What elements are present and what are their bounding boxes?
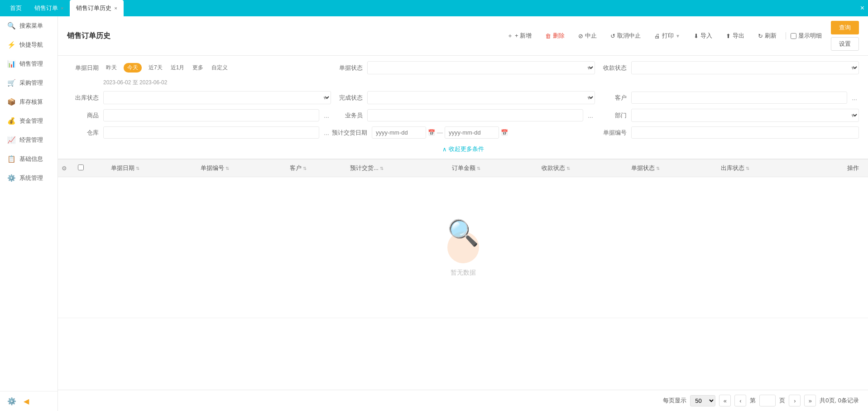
sidebar-item-purchase-mgmt[interactable]: 🛒 采购管理: [0, 73, 58, 92]
show-details-checkbox-wrap[interactable]: 显示明细: [791, 32, 822, 40]
out-status-sort-icon: ⇅: [746, 166, 749, 171]
date-today[interactable]: 今天: [124, 63, 142, 73]
warehouse-ellipsis[interactable]: ...: [322, 129, 331, 136]
stop-label: 中止: [585, 32, 597, 40]
sidebar-item-basic-info[interactable]: 📋 基础信息: [0, 150, 58, 169]
last-page-button[interactable]: »: [804, 395, 816, 406]
th-delivery: 预计交货... ⇅: [346, 160, 448, 177]
sidebar-item-search-menu[interactable]: 🔍 搜索菜单: [0, 16, 58, 35]
filter-warehouse-group: 仓库 ...: [67, 126, 331, 139]
filter-row-3: 商品 ... 业务员 ... 部门: [67, 109, 859, 122]
salesperson-ellipsis[interactable]: ...: [586, 112, 595, 119]
calendar-start-icon[interactable]: 📅: [428, 129, 435, 136]
print-icon: 🖨: [654, 33, 660, 39]
prev-page-button[interactable]: ‹: [734, 395, 746, 406]
complete-status-select-wrap: ▼: [367, 91, 595, 104]
next-page-button[interactable]: ›: [789, 395, 801, 406]
customer-input[interactable]: [631, 92, 847, 104]
payment-status-select[interactable]: [631, 61, 859, 74]
sidebar-item-finance[interactable]: 💰 资金管理: [0, 111, 58, 131]
th-out-status-sort[interactable]: 出库状态 ⇅: [721, 164, 803, 172]
date-last1m[interactable]: 近1月: [168, 63, 187, 73]
import-button[interactable]: ⬇ 导入: [689, 29, 717, 42]
goods-ellipsis[interactable]: ...: [322, 112, 331, 119]
date-last7[interactable]: 近7天: [146, 63, 165, 73]
th-customer-sort[interactable]: 客户 ⇅: [290, 164, 343, 172]
th-payment-status-sort[interactable]: 收款状态 ⇅: [542, 164, 624, 172]
setting-button[interactable]: 设置: [831, 37, 859, 51]
salesperson-field: ...: [367, 109, 595, 121]
sidebar-item-inventory[interactable]: 📦 库存核算: [0, 92, 58, 111]
sidebar-item-quick-nav-label: 快捷导航: [19, 41, 43, 49]
sidebar: 🔍 搜索菜单 ⚡ 快捷导航 📊 销售管理 🛒 采购管理 📦 库存核算 💰 资金管…: [0, 16, 58, 411]
window-close-button[interactable]: ×: [860, 4, 864, 12]
collapse-row[interactable]: ∧ 收起更多条件: [67, 143, 859, 153]
order-number-input[interactable]: [631, 126, 859, 139]
per-page-select[interactable]: 50 10 20 100: [690, 395, 715, 406]
sidebar-collapse-icon[interactable]: ◀: [24, 397, 29, 406]
select-all-checkbox[interactable]: [78, 164, 84, 170]
date-custom[interactable]: 自定义: [209, 63, 230, 73]
complete-status-select[interactable]: [367, 91, 595, 104]
date-yesterday[interactable]: 昨天: [103, 63, 120, 73]
table-area: ⚙ 单据日期 ⇅ 单据编号: [58, 159, 868, 390]
customer-ellipsis[interactable]: ...: [850, 94, 859, 102]
delivery-date-start-input[interactable]: [372, 126, 426, 139]
column-settings-icon[interactable]: ⚙: [62, 165, 67, 172]
calendar-end-icon[interactable]: 📅: [501, 129, 508, 136]
refresh-button[interactable]: ↻ 刷新: [753, 29, 781, 42]
show-details-label: 显示明细: [798, 32, 822, 40]
out-status-select[interactable]: [103, 91, 331, 104]
delete-button[interactable]: 🗑 删除: [541, 29, 569, 42]
order-status-label: 单据状态: [331, 64, 367, 72]
pagination: 每页显示 50 10 20 100 « ‹ 第 1 页 › » 共0页, 0条记…: [58, 390, 868, 411]
toolbar: ＋ + 新增 🗑 删除 ⊘ 中止 ↺ 取消中止 🖨 打印: [503, 21, 859, 51]
sidebar-item-sales-mgmt[interactable]: 📊 销售管理: [0, 54, 58, 73]
query-button[interactable]: 查询: [831, 21, 859, 34]
order-status-select-wrap: ▼: [367, 61, 595, 74]
th-action: 操作: [807, 160, 868, 177]
first-page-button[interactable]: «: [719, 395, 731, 406]
th-delivery-sort[interactable]: 预计交货... ⇅: [350, 164, 445, 172]
salesperson-input[interactable]: [367, 109, 583, 121]
number-sort-icon: ⇅: [225, 166, 229, 171]
sidebar-item-system-mgmt[interactable]: ⚙️ 系统管理: [0, 169, 58, 188]
tab-sales-order-history-close[interactable]: ×: [114, 5, 117, 11]
filter-row-2: 出库状态 ▼ 完成状态 ▼: [67, 91, 859, 104]
goods-input[interactable]: [103, 109, 319, 121]
th-number-label: 单据编号: [201, 164, 224, 172]
stop-button[interactable]: ⊘ 中止: [574, 29, 601, 42]
export-button[interactable]: ⬆ 导出: [721, 29, 749, 42]
date-more[interactable]: 更多: [190, 63, 206, 73]
filter-goods-group: 商品 ...: [67, 109, 331, 121]
th-number-sort[interactable]: 单据编号 ⇅: [201, 164, 283, 172]
page-header: 销售订单历史 ＋ + 新增 🗑 删除 ⊘ 中止 ↺ 取消中止: [58, 16, 868, 56]
current-page-input[interactable]: 1: [759, 395, 776, 406]
tab-home[interactable]: 首页: [4, 0, 28, 16]
department-select[interactable]: [631, 109, 859, 122]
sidebar-settings-icon[interactable]: ⚙️: [7, 397, 16, 406]
department-label: 部门: [595, 111, 631, 120]
sidebar-item-quick-nav[interactable]: ⚡ 快捷导航: [0, 35, 58, 54]
print-button[interactable]: 🖨 打印 ▼: [650, 29, 685, 42]
cancel-stop-button[interactable]: ↺ 取消中止: [606, 29, 645, 42]
date-sort-icon: ⇅: [136, 166, 139, 171]
order-status-select[interactable]: [367, 61, 595, 74]
filter-out-status-group: 出库状态 ▼: [67, 91, 331, 104]
sidebar-item-business[interactable]: 📈 经营管理: [0, 131, 58, 150]
tab-sales-order-close[interactable]: ×: [61, 5, 63, 11]
th-order-status-label: 单据状态: [631, 164, 655, 172]
th-amount-sort[interactable]: 订单金额 ⇅: [452, 164, 534, 172]
tab-sales-order-history[interactable]: 销售订单历史 ×: [70, 0, 123, 16]
warehouse-input[interactable]: [103, 126, 319, 139]
show-details-checkbox[interactable]: [791, 33, 796, 39]
tab-sales-order[interactable]: 销售订单 ×: [28, 0, 70, 16]
customer-label: 客户: [595, 94, 631, 102]
import-label: 导入: [700, 32, 712, 40]
th-order-status-sort[interactable]: 单据状态 ⇅: [631, 164, 714, 172]
add-button[interactable]: ＋ + 新增: [503, 29, 536, 42]
th-date-sort[interactable]: 单据日期 ⇅: [111, 164, 193, 172]
filter-row-4: 仓库 ... 预计交货日期 📅 — 📅: [67, 126, 859, 139]
delivery-date-end-input[interactable]: [445, 126, 499, 139]
tab-sales-order-label: 销售订单: [34, 4, 58, 12]
